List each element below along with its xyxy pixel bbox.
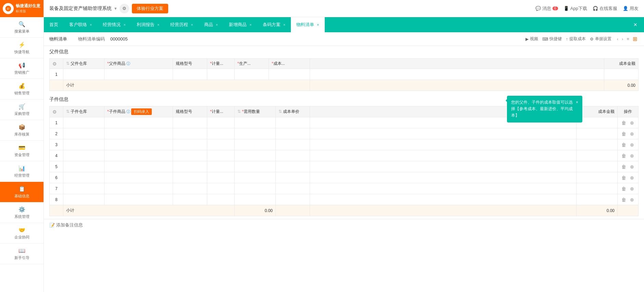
shortcut-button[interactable]: ⌨ 快捷键 [542,36,562,42]
copy-icon-8[interactable]: ⊕ [629,196,635,203]
breadcrumb-current[interactable]: 物料清单 [49,36,67,42]
user-button[interactable]: 👤 用友 [623,5,639,12]
copy-icon-6[interactable]: ⊕ [629,174,635,181]
sidebar-item-ops[interactable]: 📊 经营管理 [0,161,44,182]
ops-icon: 📊 [18,165,25,172]
tab-new-goods[interactable]: 新增商品 × [223,17,257,32]
single-settings-button[interactable]: ⚙ 单据设置 [590,36,611,42]
child-gear-icon[interactable]: ⚙ [52,109,57,115]
child-row-3-spec[interactable] [173,139,207,150]
extract-cost-button[interactable]: ↑ 提取成本 [566,36,586,42]
tab-home[interactable]: 首页 [44,17,64,32]
copy-icon-5[interactable]: ⊕ [629,163,635,170]
sidebar-item-collab[interactable]: 🤝 企业协同 [0,223,44,244]
tab-bom[interactable]: 物料清单 × [291,17,324,32]
tab-barcode-close[interactable]: × [283,23,285,27]
child-row-2-spec[interactable] [173,128,207,139]
child-row-2-qty[interactable] [235,128,276,139]
tab-new-goods-close[interactable]: × [249,23,251,27]
tab-barcode[interactable]: 条码方案 × [257,17,291,32]
delete-icon[interactable]: 🗑 [620,119,627,126]
delete-icon-4[interactable]: 🗑 [620,152,627,159]
parent-row-1-unit[interactable] [207,69,235,80]
page-header: 物料清单 物料清单编码 0000005 ▶ 视频 ⌨ 快捷键 ↑ 提取成本 [44,32,644,46]
child-row-3-unit[interactable] [207,139,235,150]
child-row-1-unit[interactable] [207,117,235,128]
messages-button[interactable]: 💬 消息 6 [535,5,558,12]
child-row-3-qty[interactable] [235,139,276,150]
child-row-1-qty[interactable] [235,117,276,128]
tab-ops[interactable]: 经营情况 × [97,17,131,32]
delete-icon-8[interactable]: 🗑 [620,196,627,203]
scan-button[interactable]: 扫码录入 [131,108,152,115]
tab-bom-close[interactable]: × [317,23,319,27]
gear-icon[interactable]: ⚙ [52,61,57,67]
tab-ops-close[interactable]: × [123,23,125,27]
delete-icon-7[interactable]: 🗑 [620,185,627,192]
child-row-1-spec[interactable] [173,117,207,128]
child-row-1-warehouse[interactable] [63,117,104,128]
child-row-1-product[interactable] [104,117,173,128]
delete-icon-2[interactable]: 🗑 [620,130,627,137]
copy-icon-2[interactable]: ⊕ [629,130,635,137]
list-view-icon[interactable]: ≡ [625,36,631,42]
child-row-2-unit[interactable] [207,128,235,139]
child-row-2-warehouse[interactable] [63,128,104,139]
next-arrow[interactable]: › [620,36,624,42]
child-warehouse-sort[interactable]: ⇅ [66,109,70,114]
add-note-button[interactable]: 📝 添加备注信息 [49,222,83,228]
tab-barcode-label: 条码方案 [263,22,281,28]
parent-row-1-produce[interactable] [235,69,269,80]
sidebar-item-search[interactable]: 🔍 搜索菜单 [0,17,44,38]
sidebar-item-sales[interactable]: 💰 销售管理 [0,79,44,100]
parent-row-1-product[interactable] [104,69,173,80]
parent-warehouse-sort[interactable]: ⇅ [66,61,70,66]
search-icon: 🔍 [18,21,25,27]
settings-button[interactable]: ⚙ [120,4,129,13]
copy-icon-3[interactable]: ⊕ [629,141,635,148]
child-row-1-unit-cost[interactable] [276,117,310,128]
parent-row-1-spec[interactable] [173,69,207,80]
child-row-2-product[interactable] [104,128,173,139]
tab-goods[interactable]: 商品 × [199,17,223,32]
child-row-3-product[interactable] [104,139,173,150]
sidebar-item-basic[interactable]: 📋 基础信息 [0,182,44,202]
sidebar-item-marketing[interactable]: 📢 营销推广 [0,58,44,79]
sidebar-item-system[interactable]: ⚙️ 系统管理 [0,202,44,223]
delete-icon-5[interactable]: 🗑 [620,163,627,170]
tab-history-close[interactable]: × [191,23,193,27]
tab-history[interactable]: 经营历程 × [165,17,198,32]
delete-icon-6[interactable]: 🗑 [620,174,627,181]
copy-icon-7[interactable]: ⊕ [629,185,635,192]
tab-profit-close[interactable]: × [157,23,159,27]
system-title-dropdown[interactable]: ▾ [114,6,117,11]
tab-profit[interactable]: 利润报告 × [131,17,165,32]
delete-icon-3[interactable]: 🗑 [620,141,627,148]
copy-icon-4[interactable]: ⊕ [629,152,635,159]
trial-button[interactable]: 体验行业方案 [132,4,168,13]
child-row-3-warehouse[interactable] [63,139,104,150]
app-download-button[interactable]: 📱 App下载 [564,5,587,12]
table-view-icon[interactable]: ⊞ [631,35,639,43]
sidebar-item-inventory[interactable]: 📦 库存核算 [0,120,44,141]
parent-th-settings: ⚙ [50,59,63,69]
tab-customer-close[interactable]: × [90,23,92,27]
sidebar-item-finance[interactable]: 💳 资金管理 [0,141,44,161]
prev-arrow[interactable]: ‹ [616,36,620,42]
sidebar-item-quick-nav[interactable]: ⚡ 快捷导航 [0,38,44,58]
child-row-2-unit-cost[interactable] [276,128,310,139]
parent-row-1-cost[interactable] [269,69,310,80]
sidebar-item-purchase[interactable]: 🛒 采购管理 [0,100,44,120]
close-all-tabs[interactable]: × [629,21,641,28]
tab-goods-close[interactable]: × [216,23,218,27]
online-service-button[interactable]: 🎧 在线客服 [593,5,617,12]
sidebar-item-guide[interactable]: 📖 新手引导 [0,244,44,264]
child-qty-sort[interactable]: ⇅ [237,109,241,114]
video-button[interactable]: ▶ 视频 [525,36,538,42]
child-row-3-unit-cost[interactable] [276,139,310,150]
tooltip-close-button[interactable]: × [576,99,578,106]
tab-customer[interactable]: 客户联络 × [64,17,97,32]
parent-row-1-warehouse[interactable] [63,69,104,80]
copy-icon[interactable]: ⊕ [629,119,635,126]
child-unit-cost-sort[interactable]: ⇅ [278,109,282,114]
